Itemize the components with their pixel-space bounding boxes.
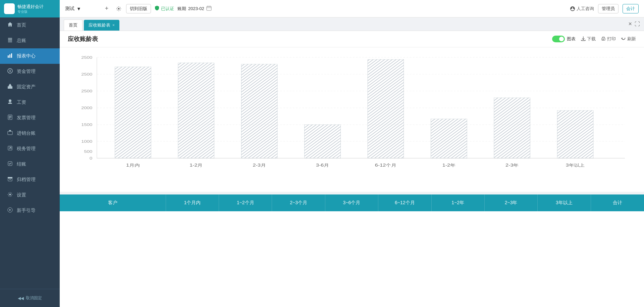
chart-toggle: 图表 xyxy=(552,36,576,42)
bar-1-2-month xyxy=(178,63,214,158)
archive-icon xyxy=(7,176,13,183)
add-company-button[interactable]: + xyxy=(102,4,111,13)
table-col-3-6month: 3~6个月 xyxy=(325,194,378,211)
sidebar-item-reports[interactable]: 报表中心 xyxy=(0,48,60,64)
bar-3-6-month xyxy=(305,125,341,158)
svg-rect-10 xyxy=(8,86,12,89)
company-selector[interactable]: 测试 ▼ xyxy=(65,6,99,12)
svg-rect-3 xyxy=(8,41,12,41)
svg-text:2500: 2500 xyxy=(81,89,92,93)
tab-home-label: 首页 xyxy=(69,22,77,28)
svg-rect-6 xyxy=(9,54,10,58)
sidebar-item-funds[interactable]: ¥ 资金管理 xyxy=(0,64,60,79)
svg-rect-27 xyxy=(602,39,604,39)
assets-icon xyxy=(7,84,13,90)
bar-6-12-month xyxy=(368,59,404,158)
home-icon xyxy=(7,22,13,29)
refresh-button[interactable]: 刷新 xyxy=(621,36,636,42)
refresh-icon xyxy=(621,36,626,42)
sidebar-item-invoices[interactable]: 发票管理 xyxy=(0,110,60,126)
svg-point-22 xyxy=(9,194,11,195)
calendar-icon[interactable] xyxy=(206,5,212,12)
tab-home[interactable]: 首页 xyxy=(64,19,83,31)
table-col-customer: 客户 xyxy=(60,194,166,211)
cancel-fixed-button[interactable]: ◀◀ 取消固定 xyxy=(0,293,60,304)
svg-rect-14 xyxy=(9,116,11,117)
sidebar-nav: 首页 总账 报表中心 ¥ 资金管理 固定资产 xyxy=(0,17,60,289)
svg-text:2000: 2000 xyxy=(81,106,92,110)
sidebar-item-inventory[interactable]: 进销台账 xyxy=(0,126,60,141)
table-col-1-2year: 1~2年 xyxy=(432,194,485,211)
svg-rect-7 xyxy=(11,53,12,58)
bar-2-3-month xyxy=(241,64,277,158)
svg-text:1-2月: 1-2月 xyxy=(190,163,203,167)
sidebar-item-home[interactable]: 首页 xyxy=(0,17,60,33)
company-name: 测试 xyxy=(65,6,74,12)
print-label: 打印 xyxy=(607,36,616,42)
sidebar-item-ledger[interactable]: 总账 xyxy=(0,33,60,48)
table-col-2-3month: 2~3个月 xyxy=(272,194,325,211)
sidebar-item-assets[interactable]: 固定资产 xyxy=(0,79,60,95)
sidebar-item-label-ledger: 总账 xyxy=(17,38,26,44)
funds-icon: ¥ xyxy=(7,68,13,75)
sidebar-item-archive[interactable]: 归档管理 xyxy=(0,172,60,187)
sidebar-item-label-invoices: 发票管理 xyxy=(17,115,36,121)
ledger-icon xyxy=(7,37,13,44)
sidebar-footer: ◀◀ 取消固定 xyxy=(0,289,60,307)
content-header: 应收账龄表 图表 下载 打印 xyxy=(60,31,644,47)
pin-left-icon: ◀◀ xyxy=(18,296,24,301)
sidebar-item-settings[interactable]: 设置 xyxy=(0,187,60,203)
chart-toggle-label: 图表 xyxy=(567,36,576,42)
service-button[interactable]: 人工咨询 xyxy=(570,6,594,12)
sidebar-item-settlement[interactable]: 结账 xyxy=(0,157,60,172)
bar-1-2-year xyxy=(431,119,467,158)
topbar-right: 人工咨询 管理员 会计 xyxy=(570,4,639,13)
svg-rect-1 xyxy=(8,38,12,39)
svg-rect-15 xyxy=(9,117,11,118)
switch-old-version-button[interactable]: 切到旧版 xyxy=(126,4,151,13)
table-col-3plus: 3年以上 xyxy=(538,194,591,211)
window-close-button[interactable]: × xyxy=(628,20,632,28)
sidebar-item-label-archive: 归档管理 xyxy=(17,177,36,183)
svg-rect-21 xyxy=(8,178,12,181)
app-name: 畅捷通好会计 xyxy=(17,4,44,9)
svg-point-24 xyxy=(118,8,120,9)
certified-label: 已认证 xyxy=(161,6,174,12)
svg-rect-2 xyxy=(8,39,12,40)
download-button[interactable]: 下载 xyxy=(581,36,596,42)
sidebar-item-label-reports: 报表中心 xyxy=(17,53,36,59)
bar-1-month xyxy=(115,67,151,158)
bar-3-plus-year xyxy=(557,111,593,158)
table-area: 客户 1个月内 1~2个月 2~3个月 3~6个月 6~12个月 1~2年 2~… xyxy=(60,194,644,307)
svg-text:6-12个月: 6-12个月 xyxy=(375,163,396,167)
topbar: 测试 ▼ + 切到旧版 已认证 账期 2023-02 人工咨询 xyxy=(60,0,644,17)
chart-area: 2500 2500 2500 2000 1500 1000 500 0 1月内 xyxy=(60,47,644,192)
table-col-1month: 1个月内 xyxy=(166,194,219,211)
tab-ar-aging[interactable]: 应收账龄表 × xyxy=(84,20,119,31)
chart-toggle-switch[interactable] xyxy=(552,36,565,42)
tab-close-icon[interactable]: × xyxy=(112,23,115,28)
table-header: 客户 1个月内 1~2个月 2~3个月 3~6个月 6~12个月 1~2年 2~… xyxy=(60,194,644,211)
svg-text:3年以上: 3年以上 xyxy=(566,163,585,167)
svg-rect-5 xyxy=(8,55,9,58)
app-logo-icon xyxy=(4,3,15,14)
download-label: 下载 xyxy=(587,36,596,42)
sidebar-item-label-tax: 税务管理 xyxy=(17,146,36,152)
print-button[interactable]: 打印 xyxy=(601,36,616,42)
manager-button[interactable]: 管理员 xyxy=(598,4,619,13)
content-area: 应收账龄表 图表 下载 打印 xyxy=(60,31,644,307)
service-label: 人工咨询 xyxy=(577,6,594,12)
accountant-button[interactable]: 会计 xyxy=(623,4,639,13)
window-expand-button[interactable]: ⛶ xyxy=(635,21,640,27)
sidebar-item-guide[interactable]: 新手引导 xyxy=(0,203,60,218)
svg-text:1000: 1000 xyxy=(81,139,92,144)
svg-text:2500: 2500 xyxy=(81,55,92,60)
tax-icon xyxy=(7,145,13,152)
sidebar-item-label-settings: 设置 xyxy=(17,192,26,198)
settings-button[interactable] xyxy=(114,4,123,13)
table-col-1-2month: 1~2个月 xyxy=(219,194,272,211)
svg-text:1月内: 1月内 xyxy=(126,163,140,167)
period-text-label: 账期 xyxy=(177,6,186,12)
sidebar-item-tax[interactable]: 税务管理 xyxy=(0,141,60,157)
sidebar-item-wages[interactable]: 工资 xyxy=(0,95,60,110)
